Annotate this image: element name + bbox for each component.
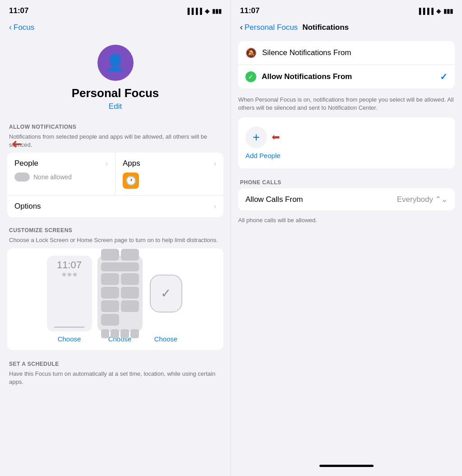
allow-label: Allow Notifications From xyxy=(262,72,434,81)
home-screen-mockup xyxy=(97,256,143,331)
right-back-chevron-icon: ‹ xyxy=(240,23,243,32)
customize-screens-desc: Choose a Lock Screen or Home Screen page… xyxy=(0,236,231,248)
lock-screen-time: 11:07 xyxy=(57,259,82,271)
watch-checkmark-icon: ✓ xyxy=(161,286,171,301)
dot1 xyxy=(62,273,66,276)
lock-screen-mockup: 11:07 xyxy=(47,256,92,331)
checkmark-badge-icon: ✓ xyxy=(248,73,254,80)
right-wifi-icon: ◈ xyxy=(436,8,441,14)
right-signal-icon: ▐▐▐▐ xyxy=(417,8,434,14)
calls-value[interactable]: Everybody ⌃⌄ xyxy=(397,195,448,204)
people-cell[interactable]: People › None allowed xyxy=(7,153,116,195)
back-chevron-icon: ‹ xyxy=(9,23,12,32)
add-people-card: + ⬅ Add People xyxy=(238,117,455,168)
app-block-wide xyxy=(101,262,139,271)
allow-notifications-label: ALLOW NOTIFICATIONS xyxy=(0,116,231,133)
options-label: Options xyxy=(14,202,41,211)
apps-header: Apps › xyxy=(123,159,216,168)
people-arrow-annotation: ➜ xyxy=(12,136,22,151)
silence-bell-icon: 🔕 xyxy=(245,47,257,58)
choose-lock-screen-button[interactable]: Choose xyxy=(58,335,81,343)
left-status-icons: ▐▐▐▐ ◈ ▮▮▮ xyxy=(185,8,222,14)
calls-card: Allow Calls From Everybody ⌃⌄ xyxy=(238,188,455,210)
dock-1 xyxy=(101,329,110,338)
calls-desc: All phone calls will be allowed. xyxy=(231,214,462,224)
right-back-label[interactable]: Personal Focus xyxy=(245,23,298,32)
profile-section: 👤 Personal Focus Edit xyxy=(0,36,231,116)
home-grid xyxy=(101,249,139,326)
app-block-3 xyxy=(101,273,119,285)
silence-label: Silence Notifications From xyxy=(262,48,448,57)
dot2 xyxy=(68,273,71,276)
app-block-8 xyxy=(121,300,139,312)
signal-icon: ▐▐▐▐ xyxy=(185,8,202,14)
calls-row[interactable]: Allow Calls From Everybody ⌃⌄ xyxy=(245,195,448,204)
allow-row[interactable]: ✓ Allow Notifications From ✓ xyxy=(238,65,455,89)
left-time: 11:07 xyxy=(9,6,28,15)
app-block-6 xyxy=(121,287,139,299)
silence-row[interactable]: 🔕 Silence Notifications From xyxy=(238,41,455,65)
allow-description: When Personal Focus is on, notifications… xyxy=(231,92,462,117)
back-nav[interactable]: ‹ Focus xyxy=(0,19,231,36)
apps-cell[interactable]: Apps › 🕐 xyxy=(116,153,223,195)
app-block-5 xyxy=(101,287,119,299)
app-block-9 xyxy=(101,314,119,326)
left-panel: 11:07 ▐▐▐▐ ◈ ▮▮▮ ‹ Focus 👤 Personal Focu… xyxy=(0,0,231,476)
left-status-bar: 11:07 ▐▐▐▐ ◈ ▮▮▮ xyxy=(0,0,231,19)
calls-selector-icon: ⌃⌄ xyxy=(435,195,448,204)
allow-green-badge: ✓ xyxy=(245,71,256,82)
options-row[interactable]: Options › xyxy=(7,195,223,217)
lock-dots xyxy=(62,273,77,276)
clock-app-icon: 🕐 xyxy=(123,173,139,189)
notifications-grid: People › None allowed Apps › 🕐 xyxy=(7,153,223,195)
schedule-label: SET A SCHEDULE xyxy=(0,357,231,370)
phone-calls-section-label: PHONE CALLS xyxy=(231,176,462,188)
add-people-row: + ⬅ xyxy=(245,126,280,148)
allow-calls-label: Allow Calls From xyxy=(245,195,303,204)
dock-bar xyxy=(101,329,139,338)
add-people-label[interactable]: Add People xyxy=(245,152,281,159)
person-icon: 👤 xyxy=(105,53,125,72)
dock-4 xyxy=(130,329,139,338)
avatar: 👤 xyxy=(97,45,134,81)
add-plus-button[interactable]: + xyxy=(245,126,267,148)
apps-label: Apps xyxy=(123,159,140,168)
right-battery-icon: ▮▮▮ xyxy=(444,8,453,14)
app-block-1 xyxy=(101,249,119,261)
home-indicator xyxy=(319,465,374,467)
home-screen-item: Choose xyxy=(97,256,143,343)
dot3 xyxy=(73,273,77,276)
customize-screens-label: CUSTOMIZE SCREENS xyxy=(0,219,231,236)
everybody-label: Everybody xyxy=(397,195,433,204)
right-status-bar: 11:07 ▐▐▐▐ ◈ ▮▮▮ xyxy=(231,0,462,19)
none-allowed-label: None allowed xyxy=(33,173,72,181)
options-chevron-icon: › xyxy=(214,202,216,210)
screens-card: 11:07 Choose xyxy=(7,248,223,350)
app-block-2 xyxy=(121,249,139,261)
app-block-7 xyxy=(101,300,119,312)
choose-watch-button[interactable]: Choose xyxy=(154,335,178,343)
dock-2 xyxy=(111,329,119,338)
notif-options-card: 🔕 Silence Notifications From ✓ Allow Not… xyxy=(238,41,455,89)
right-panel: 11:07 ▐▐▐▐ ◈ ▮▮▮ ‹ Personal Focus Notifi… xyxy=(231,0,462,476)
watch-item: ✓ Choose xyxy=(148,256,184,343)
checkmark-blue-icon: ✓ xyxy=(440,71,448,82)
app-block-4 xyxy=(121,273,139,285)
right-nav: ‹ Personal Focus Notifications xyxy=(231,19,462,36)
notifications-card: People › None allowed Apps › 🕐 Options › xyxy=(7,153,223,217)
dock-3 xyxy=(120,329,129,338)
wifi-icon: ◈ xyxy=(205,8,209,14)
apps-chevron-icon: › xyxy=(214,159,216,168)
profile-name: Personal Focus xyxy=(72,86,159,100)
right-time: 11:07 xyxy=(240,6,259,15)
schedule-desc: Have this Focus turn on automatically at… xyxy=(0,370,231,390)
edit-link[interactable]: Edit xyxy=(109,102,122,111)
right-title: Notifications xyxy=(302,23,349,32)
battery-icon: ▮▮▮ xyxy=(212,8,222,14)
watch-mockup: ✓ xyxy=(150,275,182,313)
people-label: People xyxy=(14,159,38,168)
back-nav-label[interactable]: Focus xyxy=(14,23,34,32)
none-allowed-row: None allowed xyxy=(14,173,108,182)
toggle-gray xyxy=(14,173,30,182)
people-chevron-icon: › xyxy=(106,159,108,168)
